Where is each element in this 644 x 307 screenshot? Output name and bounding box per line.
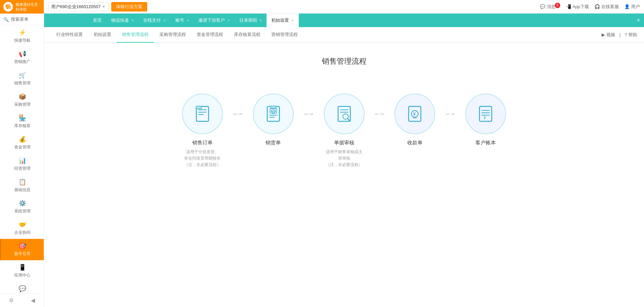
flow-step-receipt: ¥ 收款单 [384, 94, 445, 149]
sidebar: 畅 畅康通好生意 标准版 🔍 搜索菜单 ⚡ 快捷导航 📢 营销推广 🛒 销售管理… [0, 0, 44, 307]
review-icon [335, 104, 354, 123]
sidebar-nav: ⚡ 快捷导航 📢 营销推广 🛒 销售管理 📦 采购管理 🏪 库存核算 💰 资金管… [0, 25, 44, 293]
flow-arrow-2: ···→ [304, 94, 314, 118]
help-action[interactable]: ? 帮助 [625, 32, 637, 38]
nav-tab-home[interactable]: 首页 [88, 14, 106, 27]
flow-step-delivery: 销货单 [243, 94, 304, 149]
nav-tab-init[interactable]: 初始设置 × [267, 14, 298, 27]
settings-icon[interactable]: ⚙ [9, 297, 14, 304]
app-download-item[interactable]: 📲 App下载 [566, 4, 589, 10]
marketing-icon: 📢 [19, 50, 26, 58]
collapse-icon[interactable]: ◀ [31, 297, 35, 304]
svg-line-16 [348, 119, 350, 121]
download-icon: 📲 [566, 4, 571, 9]
sidebar-item-purchase[interactable]: 📦 采购管理 [0, 89, 44, 111]
svg-text:¥: ¥ [483, 116, 486, 120]
search-icon: 🔍 [3, 17, 9, 22]
main-wrapper: 行业特性设置 初始设置 销售管理流程 采购管理流程 资金管理流程 库存核算流程 … [44, 27, 644, 307]
top-bar: 用户690企业1660120507 ▼ 体验行业方案 💬 消息 6 📲 App下… [44, 0, 644, 14]
sub-tab-finance-flow[interactable]: 资金管理流程 [191, 27, 229, 43]
close-invite-icon[interactable]: × [228, 18, 230, 22]
message-badge: 6 [555, 3, 560, 8]
svg-rect-4 [196, 106, 201, 109]
sub-tab-marketing-flow[interactable]: 营销管理流程 [266, 27, 303, 43]
flow-circle-4: ¥ [394, 94, 435, 134]
sidebar-item-basic[interactable]: 📋 基础信息 [0, 175, 44, 196]
svg-point-15 [343, 114, 348, 119]
user-avatar-item[interactable]: 👤 用户 [624, 4, 640, 10]
sidebar-item-wechat[interactable]: 💬 企业微信 [0, 282, 44, 293]
close-init-icon[interactable]: × [292, 18, 294, 22]
online-service-item[interactable]: 🎧 在线客服 [594, 4, 619, 10]
message-icon: 💬 [540, 4, 545, 9]
svg-text:¥: ¥ [413, 111, 416, 117]
sub-tab-purchase-flow[interactable]: 采购管理流程 [154, 27, 191, 43]
quick-nav-icon: ⚡ [19, 29, 26, 36]
wechat-icon: 💬 [19, 285, 26, 292]
flow-step-review: 单据审核 适用于财务审核或主管审核（注：非必要流程） [314, 94, 375, 168]
nav-close-all[interactable]: × [633, 17, 644, 23]
flow-diagram: 销售订单 适用于分批发货、有合同发货周期较长（注：非必要流程） ···→ [64, 87, 624, 175]
top-bar-right: 💬 消息 6 📲 App下载 🎧 在线客服 👤 用户 [540, 4, 640, 10]
app-icon: 📱 [19, 264, 26, 271]
video-icon: ▶ [602, 32, 605, 37]
nav-tab-period[interactable]: 往来期初 × [235, 14, 267, 27]
flow-arrow-4: ···→ [445, 94, 455, 118]
account-icon: ¥ [476, 104, 495, 123]
guide-icon: 🎯 [19, 242, 26, 250]
step-desc-3: 适用于财务审核或主管审核（注：非必要流程） [326, 149, 363, 168]
purchase-icon: 📦 [19, 93, 26, 100]
step-title-2: 销货单 [266, 140, 281, 146]
sidebar-item-sales[interactable]: 🛒 销售管理 [0, 68, 44, 89]
close-period-icon[interactable]: × [260, 18, 262, 22]
delivery-icon [264, 104, 283, 123]
nav-tab-logistics[interactable]: 物流快递 × [106, 14, 138, 27]
user-selector[interactable]: 用户690企业1660120507 ▼ [48, 2, 109, 11]
flow-circle-1 [182, 94, 223, 134]
page-title: 销售管理流程 [64, 56, 624, 66]
nav-tab-account[interactable]: 账号 × [171, 14, 194, 27]
finance-icon: 💰 [19, 136, 26, 143]
step-title-5: 客户账本 [475, 140, 496, 146]
nav-tab-payment[interactable]: 在线支付 × [138, 14, 170, 27]
headset-icon: 🎧 [594, 4, 600, 9]
avatar-icon: 👤 [624, 4, 630, 9]
logo-icon: 畅 [3, 2, 13, 12]
sub-tab-init[interactable]: 初始设置 [88, 27, 117, 43]
experience-button[interactable]: 体验行业方案 [111, 2, 147, 12]
step-title-1: 销售订单 [192, 140, 213, 146]
sales-icon: 🛒 [19, 71, 26, 79]
close-logistics-icon[interactable]: × [132, 18, 134, 22]
sub-tab-inventory-flow[interactable]: 库存核算流程 [229, 27, 266, 43]
receipt-icon: ¥ [405, 104, 424, 123]
system-icon: ⚙️ [19, 200, 26, 207]
video-action[interactable]: ▶ 视频 [602, 32, 615, 38]
nav-tab-invite[interactable]: 邀请下游客户 × [194, 14, 234, 27]
sales-order-icon [193, 104, 212, 123]
sub-tabs: 行业特性设置 初始设置 销售管理流程 采购管理流程 资金管理流程 库存核算流程 … [44, 27, 644, 43]
sidebar-bottom: ⚙ ◀ [0, 293, 44, 307]
sidebar-item-marketing[interactable]: 📢 营销推广 [0, 47, 44, 68]
sidebar-item-app[interactable]: 📱 应用中心 [0, 260, 44, 282]
page-content: 销售管理流程 销售订单 适用于分批发货、有合同发货周期较长（注：非必要流程） [44, 43, 644, 189]
close-payment-icon[interactable]: × [163, 18, 165, 22]
flow-arrow-1: ···→ [233, 94, 243, 118]
sidebar-item-ops[interactable]: 📊 经营管理 [0, 154, 44, 175]
sub-tab-industry[interactable]: 行业特性设置 [51, 27, 88, 43]
flow-circle-2 [253, 94, 294, 134]
flow-circle-5: ¥ [465, 94, 506, 134]
enterprise-icon: 🤝 [19, 221, 26, 228]
sub-tab-actions: ▶ 视频 | ? 帮助 [602, 32, 637, 38]
sidebar-item-system[interactable]: ⚙️ 系统管理 [0, 196, 44, 218]
close-account-icon[interactable]: × [187, 18, 189, 22]
sidebar-item-guide[interactable]: 🎯 新手引导 [0, 239, 44, 260]
sidebar-item-quick-nav[interactable]: ⚡ 快捷导航 [0, 25, 44, 47]
sidebar-item-finance[interactable]: 💰 资金管理 [0, 132, 44, 154]
sidebar-item-enterprise[interactable]: 🤝 企业协同 [0, 218, 44, 239]
message-item[interactable]: 💬 消息 6 [540, 4, 560, 10]
sidebar-item-inventory[interactable]: 🏪 库存核算 [0, 111, 44, 132]
sub-tab-sales-flow[interactable]: 销售管理流程 [117, 27, 154, 43]
sidebar-search[interactable]: 🔍 搜索菜单 [0, 14, 44, 25]
flow-step-sales-order: 销售订单 适用于分批发货、有合同发货周期较长（注：非必要流程） [172, 94, 233, 168]
flow-arrow-3: ···→ [375, 94, 385, 118]
